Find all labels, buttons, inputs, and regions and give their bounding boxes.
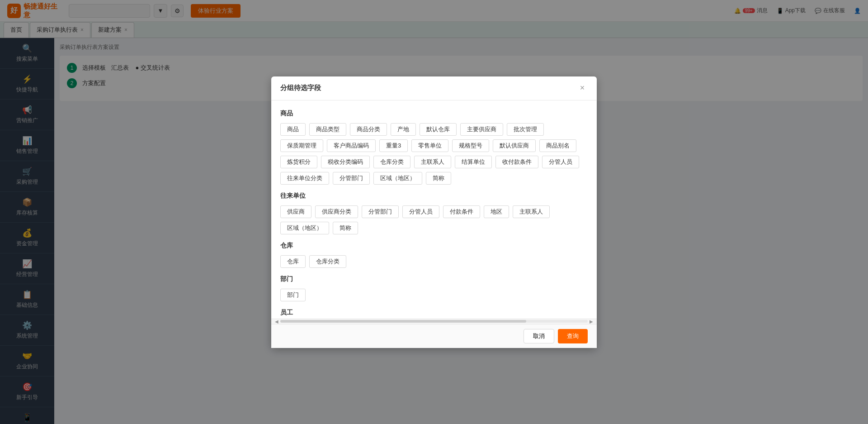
field-tag-仓库分类[interactable]: 仓库分类 [309, 255, 346, 268]
field-tag-产地[interactable]: 产地 [391, 123, 416, 136]
field-tag-供应商分类[interactable]: 供应商分类 [315, 205, 358, 218]
section-title-employee: 员工 [280, 309, 588, 317]
field-tag-商品[interactable]: 商品 [280, 123, 306, 136]
field-tag-客户商品编码[interactable]: 客户商品编码 [327, 139, 376, 152]
field-tag-地区[interactable]: 地区 [484, 205, 509, 218]
modal-close-button[interactable]: × [577, 83, 588, 94]
field-tag-分管部门[interactable]: 分管部门 [362, 205, 399, 218]
modal-header: 分组待选字段 × [271, 76, 597, 100]
field-tag-结算单位[interactable]: 结算单位 [455, 156, 492, 168]
section-title-department: 部门 [280, 275, 588, 283]
field-grid-warehouse: 仓库仓库分类 [280, 255, 588, 268]
modal-footer: 取消 查询 [271, 324, 597, 348]
modal-horizontal-scrollbar[interactable]: ◀ ▶ [271, 319, 597, 324]
modal-body: 商品商品商品类型商品分类产地默认仓库主要供应商批次管理保质期管理客户商品编码重量… [271, 100, 597, 319]
field-tag-保质期管理[interactable]: 保质期管理 [280, 139, 323, 152]
field-tag-默认仓库[interactable]: 默认仓库 [420, 123, 457, 136]
field-tag-分管部门[interactable]: 分管部门 [333, 172, 370, 185]
field-tag-商品别名[interactable]: 商品别名 [539, 139, 576, 152]
field-select-modal: 分组待选字段 × 商品商品商品类型商品分类产地默认仓库主要供应商批次管理保质期管… [271, 76, 597, 348]
field-tag-主要供应商[interactable]: 主要供应商 [460, 123, 503, 136]
field-tag-部门[interactable]: 部门 [280, 289, 306, 301]
field-tag-商品分类[interactable]: 商品分类 [350, 123, 387, 136]
field-tag-仓库[interactable]: 仓库 [280, 255, 306, 268]
field-tag-商品类型[interactable]: 商品类型 [309, 123, 346, 136]
field-tag-区域（地区）[interactable]: 区域（地区） [280, 222, 329, 234]
field-tag-供应商[interactable]: 供应商 [280, 205, 311, 218]
field-tag-简称[interactable]: 简称 [333, 222, 358, 234]
field-grid-goods: 商品商品类型商品分类产地默认仓库主要供应商批次管理保质期管理客户商品编码重量3零… [280, 123, 588, 185]
hscroll-right-arrow[interactable]: ▶ [588, 318, 595, 325]
field-tag-分管人员[interactable]: 分管人员 [402, 205, 439, 218]
field-tag-分管人员[interactable]: 分管人员 [542, 156, 579, 168]
hscroll-thumb [280, 320, 526, 323]
field-tag-重量3[interactable]: 重量3 [379, 139, 408, 152]
field-tag-付款条件[interactable]: 付款条件 [443, 205, 480, 218]
section-title-goods: 商品 [280, 110, 588, 118]
field-tag-批次管理[interactable]: 批次管理 [507, 123, 544, 136]
field-tag-规格型号[interactable]: 规格型号 [452, 139, 489, 152]
modal-backdrop: 分组待选字段 × 商品商品商品类型商品分类产地默认仓库主要供应商批次管理保质期管… [0, 0, 868, 424]
field-tag-零售单位[interactable]: 零售单位 [411, 139, 448, 152]
cancel-button[interactable]: 取消 [524, 329, 554, 343]
confirm-button[interactable]: 查询 [558, 329, 588, 343]
section-title-partner: 往来单位 [280, 192, 588, 200]
field-tag-主联系人[interactable]: 主联系人 [414, 156, 451, 168]
field-tag-炼货积分[interactable]: 炼货积分 [280, 156, 317, 168]
field-tag-往来单位分类[interactable]: 往来单位分类 [280, 172, 329, 185]
field-tag-仓库分类[interactable]: 仓库分类 [373, 156, 410, 168]
field-tag-主联系人[interactable]: 主联系人 [513, 205, 550, 218]
field-tag-税收分类编码[interactable]: 税收分类编码 [321, 156, 370, 168]
hscroll-left-arrow[interactable]: ◀ [273, 318, 280, 325]
field-tag-默认供应商[interactable]: 默认供应商 [493, 139, 536, 152]
field-grid-partner: 供应商供应商分类分管部门分管人员付款条件地区主联系人区域（地区）简称 [280, 205, 588, 234]
field-grid-department: 部门 [280, 289, 588, 301]
field-tag-简称[interactable]: 简称 [426, 172, 451, 185]
modal-title: 分组待选字段 [280, 84, 321, 92]
field-tag-区域（地区）[interactable]: 区域（地区） [373, 172, 422, 185]
section-title-warehouse: 仓库 [280, 242, 588, 250]
field-tag-收付款条件[interactable]: 收付款条件 [495, 156, 538, 168]
hscroll-track [280, 320, 588, 323]
